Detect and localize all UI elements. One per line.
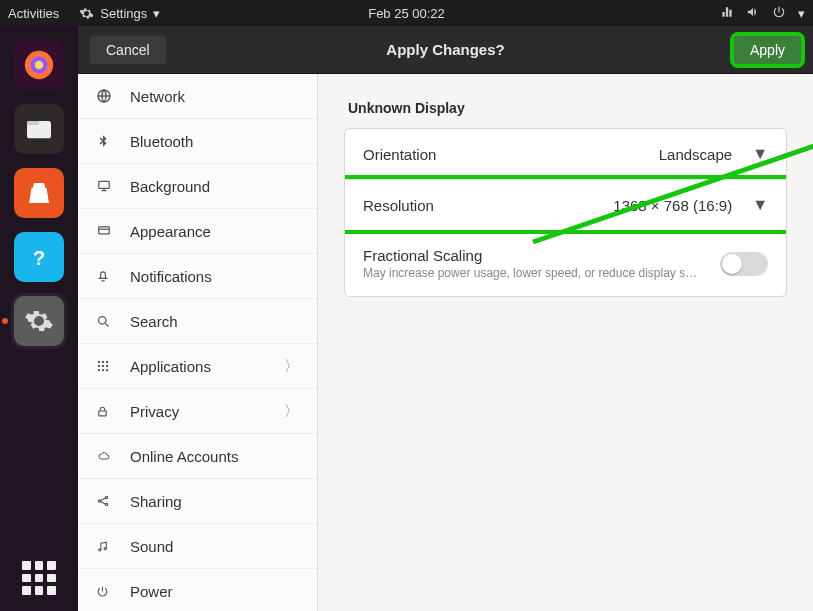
sidebar-label: Privacy [130, 403, 179, 420]
chevron-down-icon: ▾ [153, 6, 160, 21]
desktop-icon [96, 179, 114, 193]
svg-point-17 [98, 369, 100, 371]
chevron-right-icon: 〉 [284, 402, 299, 421]
svg-point-23 [105, 503, 107, 505]
lock-icon [96, 404, 114, 419]
svg-rect-20 [99, 410, 107, 415]
orientation-row[interactable]: Orientation Landscape ▼ [345, 129, 786, 179]
svg-point-14 [98, 365, 100, 367]
sidebar-label: Online Accounts [130, 448, 238, 465]
sidebar-label: Sound [130, 538, 173, 555]
sidebar-item-sharing[interactable]: Sharing [78, 479, 317, 524]
appearance-icon [96, 224, 114, 238]
apply-button[interactable]: Apply [734, 36, 801, 64]
display-panel: Orientation Landscape ▼ Resolution 1368 … [344, 128, 787, 297]
dock-settings[interactable] [14, 296, 64, 346]
dock-software[interactable] [14, 168, 64, 218]
network-icon [720, 5, 734, 22]
svg-point-16 [106, 365, 108, 367]
dock-show-applications[interactable] [22, 561, 56, 595]
sidebar-item-power[interactable]: Power [78, 569, 317, 611]
settings-window: Cancel Apply Changes? Apply Network Blue… [78, 26, 813, 611]
fractional-scaling-sub: May increase power usage, lower speed, o… [363, 266, 703, 280]
chevron-down-icon: ▼ [752, 196, 768, 214]
orientation-value: Landscape [659, 146, 732, 163]
globe-icon [96, 88, 114, 104]
svg-point-13 [106, 361, 108, 363]
sidebar-item-appearance[interactable]: Appearance [78, 209, 317, 254]
orientation-label: Orientation [363, 146, 436, 163]
svg-point-18 [102, 369, 104, 371]
workspace: ? Cancel Apply Changes? Apply Network [0, 26, 813, 611]
sidebar-label: Background [130, 178, 210, 195]
display-section-title: Unknown Display [348, 100, 787, 116]
svg-rect-4 [27, 121, 39, 125]
resolution-label: Resolution [363, 197, 434, 214]
svg-rect-9 [99, 227, 110, 234]
clock[interactable]: Feb 25 00:22 [368, 6, 445, 21]
svg-point-25 [104, 547, 106, 549]
search-icon [96, 314, 114, 329]
sidebar-label: Bluetooth [130, 133, 193, 150]
music-icon [96, 539, 114, 554]
svg-point-15 [102, 365, 104, 367]
app-menu-label: Settings [100, 6, 147, 21]
sidebar-item-network[interactable]: Network [78, 74, 317, 119]
resolution-value: 1368 × 768 (16:9) [613, 197, 732, 214]
resolution-row[interactable]: Resolution 1368 × 768 (16:9) ▼ [345, 179, 786, 230]
power-icon [772, 5, 786, 22]
cancel-button[interactable]: Cancel [90, 36, 166, 64]
sidebar-label: Network [130, 88, 185, 105]
sidebar-label: Sharing [130, 493, 182, 510]
bluetooth-icon [96, 133, 114, 149]
svg-text:?: ? [33, 247, 45, 269]
share-icon [96, 494, 114, 508]
displays-content: Unknown Display Orientation Landscape ▼ … [318, 74, 813, 611]
sidebar-label: Search [130, 313, 178, 330]
sidebar-item-sound[interactable]: Sound [78, 524, 317, 569]
settings-icon [79, 6, 94, 21]
titlebar: Cancel Apply Changes? Apply [78, 26, 813, 74]
system-tray[interactable]: ▾ [720, 5, 805, 22]
power-icon [96, 585, 114, 598]
dock-firefox[interactable] [14, 40, 64, 90]
settings-sidebar[interactable]: Network Bluetooth Background Appearance … [78, 74, 318, 611]
sidebar-item-online-accounts[interactable]: Online Accounts [78, 434, 317, 479]
dock: ? [0, 26, 78, 611]
svg-point-19 [106, 369, 108, 371]
bell-icon [96, 268, 114, 284]
fractional-scaling-row[interactable]: Fractional Scaling May increase power us… [345, 230, 786, 296]
svg-rect-8 [99, 181, 110, 188]
gnome-top-panel: Activities Settings ▾ Feb 25 00:22 ▾ [0, 0, 813, 26]
cloud-icon [96, 450, 114, 462]
sidebar-item-notifications[interactable]: Notifications [78, 254, 317, 299]
grid-icon [96, 359, 114, 373]
chevron-down-icon: ▾ [798, 6, 805, 21]
sidebar-item-background[interactable]: Background [78, 164, 317, 209]
app-menu[interactable]: Settings ▾ [79, 6, 160, 21]
activities-button[interactable]: Activities [8, 6, 59, 21]
sidebar-item-applications[interactable]: Applications 〉 [78, 344, 317, 389]
sidebar-label: Power [130, 583, 173, 600]
fractional-scaling-label: Fractional Scaling [363, 247, 703, 264]
fractional-scaling-switch[interactable] [720, 252, 768, 276]
sidebar-item-search[interactable]: Search [78, 299, 317, 344]
dock-files[interactable] [14, 104, 64, 154]
chevron-right-icon: 〉 [284, 357, 299, 376]
sidebar-item-bluetooth[interactable]: Bluetooth [78, 119, 317, 164]
svg-point-2 [35, 61, 44, 70]
svg-point-12 [102, 361, 104, 363]
svg-point-21 [98, 500, 100, 502]
svg-point-11 [98, 361, 100, 363]
sidebar-label: Applications [130, 358, 211, 375]
sidebar-item-privacy[interactable]: Privacy 〉 [78, 389, 317, 434]
chevron-down-icon: ▼ [752, 145, 768, 163]
svg-point-10 [99, 316, 107, 324]
titlebar-title: Apply Changes? [386, 41, 504, 58]
svg-point-24 [99, 548, 101, 550]
dock-help[interactable]: ? [14, 232, 64, 282]
volume-icon [746, 5, 760, 22]
svg-point-22 [105, 496, 107, 498]
sidebar-label: Notifications [130, 268, 212, 285]
sidebar-label: Appearance [130, 223, 211, 240]
